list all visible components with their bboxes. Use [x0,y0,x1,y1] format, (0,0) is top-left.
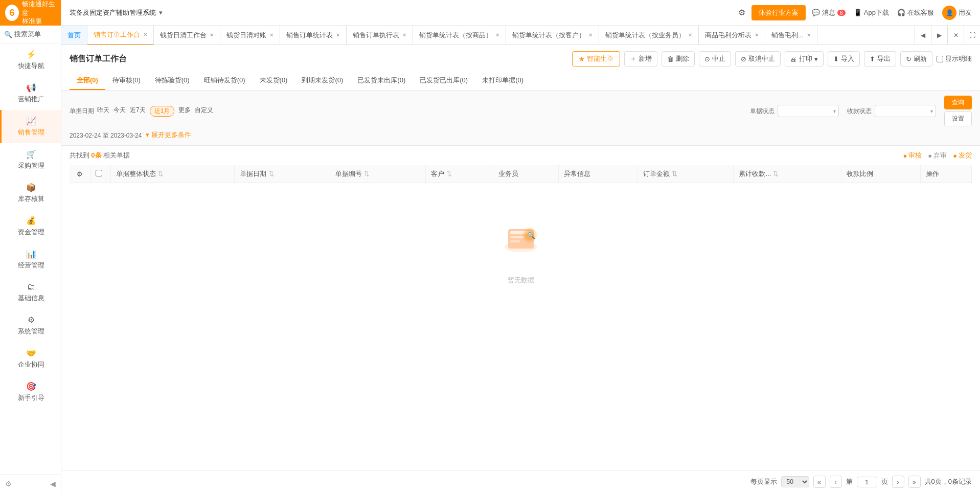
tab-prev-btn[interactable]: ◀ [915,26,931,45]
tab-close-9[interactable]: ✕ [755,32,759,38]
smart-btn[interactable]: ★ 智能生单 [572,51,620,66]
sub-tab-4[interactable]: 未发货(0) [253,72,295,90]
collapse-icon[interactable]: ◀ [50,480,56,488]
sidebar-item-0[interactable]: ⚡快捷导航 [0,43,61,77]
sort-icon-6[interactable]: ⇅ [672,170,677,177]
tab-6[interactable]: 销货单统计表（按商品）✕ [413,26,506,45]
import-btn[interactable]: ⬇ 导入 [828,51,860,66]
tab-4[interactable]: 销售订单统计表✕ [280,26,347,45]
tab-close-1[interactable]: ✕ [143,32,147,37]
tab-1[interactable]: 销售订单工作台✕ [87,26,154,45]
page-next-btn[interactable]: › [892,476,904,488]
payment-select[interactable] [875,105,936,117]
status-select[interactable] [778,105,839,117]
tab-close-2[interactable]: ✕ [210,32,214,38]
tab-8[interactable]: 销货单统计表（按业务员）✕ [599,26,699,45]
settings-icon[interactable]: ⚙ [5,480,12,488]
app-download-btn[interactable]: 📱 App下载 [854,8,889,17]
tab-2[interactable]: 钱货日清工作台✕ [154,26,220,45]
print-btn[interactable]: 🖨 打印 ▾ [785,51,824,66]
page-number-input[interactable] [857,477,877,487]
export-btn[interactable]: ⬆ 导出 [864,51,896,66]
tab-nav-buttons: ◀ ▶ ✕ ⛶ [915,26,980,45]
tab-close-8[interactable]: ✕ [688,32,692,38]
page-prev-btn[interactable]: ‹ [830,476,842,488]
tab-10[interactable]: 销售毛利...✕ [765,26,817,45]
topbar-gear-icon[interactable]: ⚙ [738,8,745,17]
date-link-2[interactable]: 近7天 [130,106,146,117]
tab-close-6[interactable]: ✕ [495,32,499,38]
tab-close-4[interactable]: ✕ [336,32,340,38]
sub-tab-6[interactable]: 已发货未出库(0) [350,72,413,90]
sub-tab-3[interactable]: 旺铺待发货(0) [197,72,253,90]
tab-maximize-btn[interactable]: ⛶ [964,26,980,45]
expand-btn[interactable]: ▾ 展开更多条件 [146,130,191,140]
sub-tab-1[interactable]: 待审核(0) [105,72,148,90]
tab-3[interactable]: 钱货日清对账✕ [220,26,280,45]
sidebar-item-8[interactable]: ⚙系统管理 [0,309,61,342]
sort-icon-7[interactable]: ⇅ [773,170,779,177]
import-icon: ⬇ [833,55,839,63]
tab-next-btn[interactable]: ▶ [931,26,947,45]
sidebar-item-3[interactable]: 🛒采购管理 [0,143,61,176]
th-status: 单据整体状态⇅ [110,165,235,183]
pause-btn[interactable]: ⊙ 中止 [699,51,731,66]
tab-9[interactable]: 商品毛利分析表✕ [699,26,765,45]
sidebar-item-2[interactable]: 📈销售管理 [0,110,61,143]
cancel-pause-btn[interactable]: ⊘ 取消中止 [735,51,781,66]
show-detail-toggle[interactable]: 显示明细 [937,54,972,63]
tab-label-4: 销售订单统计表 [286,31,333,40]
sub-tab-label-5: 到期未发货(0) [302,76,343,84]
ship-action-btn[interactable]: ● 发货 [953,151,972,160]
cancel-review-action-btn[interactable]: ● 弃审 [928,151,947,160]
sidebar-item-7[interactable]: 🗂基础信息 [0,276,61,309]
sub-tab-2[interactable]: 待拣验货(0) [148,72,197,90]
tab-close-3[interactable]: ✕ [269,32,274,38]
tab-0[interactable]: 首页 [61,26,87,45]
date-link-4[interactable]: 更多 [178,106,191,117]
date-link-5[interactable]: 自定义 [195,106,213,117]
online-service-btn[interactable]: 🎧 在线客服 [897,8,934,17]
th-settings[interactable]: ⚙ [70,165,90,183]
tab-7[interactable]: 销货单统计表（按客户）✕ [506,26,599,45]
sidebar-search[interactable]: 🔍 搜索菜单 [0,26,61,43]
refresh-btn[interactable]: ↻ 刷新 [900,51,932,66]
sort-icon-1[interactable]: ⇅ [268,170,274,177]
sort-icon-0[interactable]: ⇅ [158,170,164,177]
tab-close-10[interactable]: ✕ [807,32,811,38]
page-size-select[interactable]: 50 10 20 100 [781,476,809,487]
query-btn[interactable]: 查询 [944,96,972,109]
page-last-btn[interactable]: » [908,476,921,488]
tab-close-btn[interactable]: ✕ [947,26,964,45]
tab-close-5[interactable]: ✕ [402,32,406,38]
tab-close-7[interactable]: ✕ [588,32,592,38]
sidebar-item-10[interactable]: 🎯新手引导 [0,375,61,409]
select-all-checkbox[interactable] [96,170,102,176]
sub-tab-7[interactable]: 已发货已出库(0) [413,72,475,90]
date-link-3[interactable]: 近1月 [150,106,175,117]
show-detail-checkbox[interactable] [937,56,943,62]
sidebar-item-1[interactable]: 📢营销推广 [0,77,61,110]
sub-tab-5[interactable]: 到期未发货(0) [294,72,350,90]
tab-5[interactable]: 销售订单执行表✕ [347,26,413,45]
review-action-btn[interactable]: ● 审核 [903,151,922,160]
nav-icon-2: 📈 [26,116,36,126]
topbar-dropdown-icon[interactable]: ▾ [159,9,163,16]
sidebar-item-4[interactable]: 📦库存核算 [0,176,61,210]
delete-btn[interactable]: 🗑 删除 [662,51,695,66]
set-btn[interactable]: 设置 [944,111,972,126]
message-btn[interactable]: 💬 消息 6 [812,8,846,17]
sidebar-item-6[interactable]: 📊经营管理 [0,243,61,276]
industry-btn[interactable]: 体验行业方案 [751,5,806,20]
sort-icon-2[interactable]: ⇅ [364,170,370,177]
sub-tab-0[interactable]: 全部(0) [70,72,105,90]
page-first-btn[interactable]: « [813,476,826,488]
date-link-1[interactable]: 今天 [113,106,126,117]
sort-icon-3[interactable]: ⇅ [446,170,452,177]
sidebar-item-9[interactable]: 🤝企业协同 [0,342,61,375]
sub-tab-8[interactable]: 未打印单据(0) [475,72,531,90]
add-btn[interactable]: ＋ 新增 [624,51,657,66]
sidebar-item-5[interactable]: 💰资金管理 [0,210,61,243]
user-btn[interactable]: 👤 用友 [942,6,972,20]
date-link-0[interactable]: 昨天 [97,106,109,117]
